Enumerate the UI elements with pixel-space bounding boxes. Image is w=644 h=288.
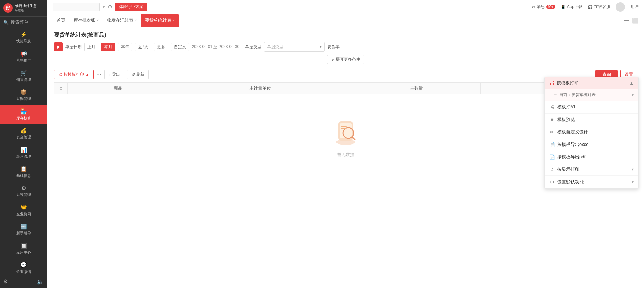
export-icon: ↑: [109, 72, 111, 77]
empty-text: 暂无数据: [337, 152, 354, 158]
expand-more-button[interactable]: ∨ 展开更多条件: [327, 55, 364, 64]
purchase-icon: 📦: [20, 89, 27, 95]
table-header-unit: 主计量单位: [168, 83, 352, 94]
dropdown-current-item[interactable]: ≡ 当前：要货单统计表 ▾: [545, 89, 638, 101]
dropdown-display-print[interactable]: 🖥 按显示打印 ▾: [545, 163, 638, 176]
message-label: 消息: [537, 4, 545, 10]
topbar-search-input[interactable]: [53, 3, 100, 11]
dropdown-print-icon: 🖨: [549, 80, 555, 86]
sidebar-nav: ⚡ 快捷导航 📢 营销推广 🛒 销售管理 📦 采购管理 🏪 库存核算 💰 资金管…: [0, 28, 47, 275]
tab-order-stats[interactable]: 要货单统计表 ×: [141, 14, 179, 27]
tab-order-stats-close[interactable]: ×: [173, 18, 175, 22]
action-more-dots[interactable]: ···: [96, 71, 101, 78]
tab-batch-account-close[interactable]: ×: [97, 18, 99, 22]
topbar-right: ✉ 消息 99+ 📱 App下载 🎧 在线客服 用户: [532, 2, 639, 12]
sidebar-item-label: 经营管理: [16, 154, 31, 159]
online-service-item[interactable]: 🎧 在线客服: [588, 4, 610, 10]
headset-icon: 🎧: [588, 5, 593, 9]
sidebar-item-operation[interactable]: 📊 经营管理: [0, 143, 47, 162]
topbar: ▾ ⚙ 体验行业方案 ✉ 消息 99+ 📱 App下载 🎧 在线客服 用户: [47, 0, 644, 14]
window-maximize-button[interactable]: ⬜: [632, 17, 639, 24]
print-icon: 🖨: [58, 72, 62, 77]
export-button[interactable]: ↑ 导出: [104, 70, 124, 79]
app-download-item[interactable]: 📱 App下载: [561, 4, 582, 10]
sound-icon[interactable]: 🔈: [37, 278, 44, 285]
filter-custom-btn[interactable]: 自定义: [171, 43, 189, 51]
dropdown-close-chevron[interactable]: ▲: [629, 81, 634, 86]
tab-home-label: 首页: [57, 17, 65, 23]
window-minimize-button[interactable]: —: [624, 17, 629, 24]
filter-expand-button[interactable]: ▶: [54, 42, 63, 51]
dropdown-template-print[interactable]: 🖨 模板打印: [545, 101, 638, 114]
user-name: 用户: [631, 4, 639, 10]
tab-order-stats-label: 要货单统计表: [145, 17, 171, 23]
apps-icon: 🔲: [20, 243, 27, 249]
filter-last-7days-btn[interactable]: 近7天: [135, 43, 151, 51]
app-download-label: App下载: [567, 4, 582, 10]
print-chevron-up: ▲: [85, 72, 89, 77]
tab-home[interactable]: 首页: [53, 14, 69, 27]
dropdown-header-left: 🖨 按模板打印: [549, 80, 579, 86]
filter-divider: [242, 43, 242, 50]
order-type-select[interactable]: 单据类型 ▾: [264, 42, 325, 52]
guide-icon: 🆕: [20, 223, 27, 230]
topbar-gear-icon[interactable]: ⚙: [108, 4, 112, 10]
sidebar-item-label: 销售管理: [16, 77, 31, 82]
page-title: 要货单统计表(按商品): [54, 32, 106, 38]
sidebar-item-purchase[interactable]: 📦 采购管理: [0, 86, 47, 105]
tab-receivable-close[interactable]: ×: [135, 18, 137, 22]
sidebar-item-sales[interactable]: 🛒 销售管理: [0, 66, 47, 86]
sidebar-item-label: 企业微信: [16, 269, 31, 274]
dropdown-template-preview[interactable]: 👁 模板预览: [545, 114, 638, 126]
expand-more-label: 展开更多条件: [336, 57, 360, 62]
app-badge: 标准版: [15, 8, 37, 13]
dropdown-export-excel[interactable]: 📄 按模板导出excel: [545, 138, 638, 151]
main-area: ▾ ⚙ 体验行业方案 ✉ 消息 99+ 📱 App下载 🎧 在线客服 用户 首页: [47, 0, 644, 288]
dropdown-template-custom[interactable]: ✏ 模板自定义设计: [545, 126, 638, 138]
user-avatar[interactable]: [616, 2, 625, 12]
tab-receivable[interactable]: 收发存汇总表 ×: [103, 14, 141, 27]
refresh-label: 刷新: [136, 72, 144, 77]
sidebar-item-wechat[interactable]: 💬 企业微信: [0, 258, 47, 275]
settings-bottom-icon[interactable]: ⚙: [3, 278, 8, 285]
inventory-icon: 🏪: [20, 108, 27, 115]
display-print-label: 按显示打印: [557, 166, 579, 172]
sidebar-item-guide[interactable]: 🆕 新手引导: [0, 220, 47, 239]
refresh-button[interactable]: ↺ 刷新: [127, 70, 149, 79]
sidebar-item-basic[interactable]: 📋 基础信息: [0, 162, 47, 182]
page-content: 要货单统计表(按商品) ▶ 单据日期 上月 本月 本年 近7天 更多 自定义 2…: [47, 27, 644, 288]
finance-icon: 💰: [20, 127, 27, 134]
table-header-quantity: 主数量: [352, 83, 481, 94]
dropdown-default-func[interactable]: ⚙ 设置默认功能 ▾: [545, 176, 638, 188]
message-item[interactable]: ✉ 消息 99+: [532, 4, 555, 10]
page-header: 要货单统计表(按商品): [47, 27, 644, 39]
sidebar-item-quick-nav[interactable]: ⚡ 快捷导航: [0, 28, 47, 47]
filter-more-btn[interactable]: 更多: [154, 43, 168, 51]
sidebar-item-apps[interactable]: 🔲 应用中心: [0, 239, 47, 258]
export-pdf-label: 按模板导出pdf: [557, 154, 585, 160]
default-func-label: 设置默认功能: [557, 179, 584, 185]
sidebar-item-collab[interactable]: 🤝 企业协同: [0, 201, 47, 220]
dropdown-export-pdf[interactable]: 📄 按模板导出pdf: [545, 151, 638, 163]
tab-batch-account[interactable]: 库存批次账 ×: [69, 14, 103, 27]
print-button[interactable]: 🖨 按模板打印 ▲: [54, 70, 94, 79]
topbar-dropdown-icon[interactable]: ▾: [103, 4, 105, 9]
filter-last-month-btn[interactable]: 上月: [84, 43, 98, 51]
order-type-label: 单据类型: [245, 44, 261, 50]
sidebar-item-marketing[interactable]: 📢 营销推广: [0, 47, 47, 66]
table-gear-icon[interactable]: ⚙: [59, 86, 63, 91]
tabs-bar: 首页 库存批次账 × 收发存汇总表 × 要货单统计表 × — ⬜: [47, 14, 644, 27]
print-label: 按模板打印: [64, 72, 84, 77]
trial-button[interactable]: 体验行业方案: [115, 3, 147, 11]
sidebar-item-system[interactable]: ⚙ 系统管理: [0, 182, 47, 201]
sidebar-item-label: 库存核算: [16, 116, 31, 121]
filter-this-year-btn[interactable]: 本年: [118, 43, 132, 51]
sidebar-search[interactable]: 🔍 搜索菜单: [0, 17, 47, 28]
refresh-icon: ↺: [131, 72, 135, 77]
sidebar-item-inventory[interactable]: 🏪 库存核算: [0, 105, 47, 124]
sidebar-item-finance[interactable]: 💰 资金管理: [0, 124, 47, 143]
sidebar-item-label: 应用中心: [16, 250, 31, 255]
filter-this-month-btn[interactable]: 本月: [101, 43, 115, 51]
marketing-icon: 📢: [20, 51, 27, 57]
tab-batch-account-label: 库存批次账: [74, 17, 95, 23]
